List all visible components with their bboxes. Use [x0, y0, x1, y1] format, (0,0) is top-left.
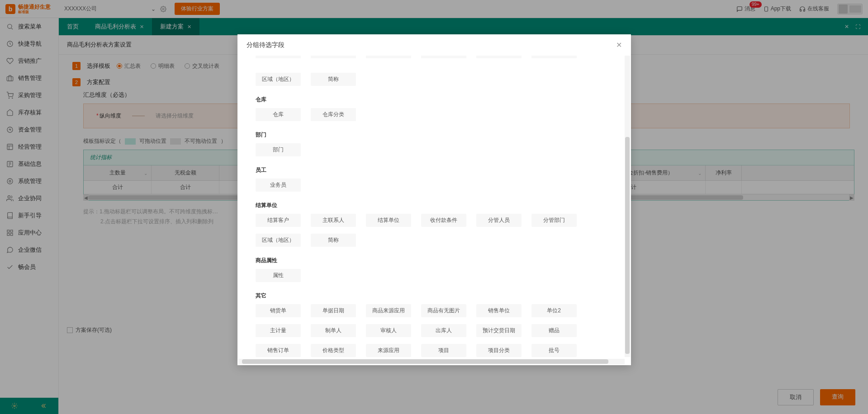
field-chip[interactable]: 属性 — [256, 269, 301, 282]
modal-partial-row: 客户客户分类分管部门分管人员主联系方式主联系人销售单位 — [256, 56, 618, 58]
field-chip[interactable]: 仓库分类 — [311, 108, 356, 121]
modal-body: 客户客户分类分管部门分管人员主联系方式主联系人销售单位区域（地区）简称仓库仓库仓… — [237, 56, 631, 365]
field-chip[interactable]: 价格类型 — [311, 344, 356, 357]
modal-section-5: 其它销货单单据日期商品来源应用商品有无图片销售单位单位2主计量制单人审核人出库人… — [256, 292, 618, 357]
field-chip[interactable]: 单据日期 — [311, 304, 356, 317]
field-chip[interactable]: 销售单位 — [476, 304, 522, 317]
field-chip[interactable]: 分管部门 — [366, 56, 411, 58]
modal-vscroll-thumb[interactable] — [625, 137, 630, 354]
field-chip[interactable]: 部门 — [256, 143, 301, 156]
field-chip[interactable]: 结算客户 — [256, 214, 301, 227]
field-chip[interactable]: 仓库 — [256, 108, 301, 121]
modal-section-title: 员工 — [256, 166, 618, 174]
field-chip[interactable]: 分管部门 — [531, 214, 577, 227]
field-chip[interactable]: 销售订单 — [256, 344, 301, 357]
field-chip[interactable]: 主计量 — [256, 324, 301, 337]
field-chip[interactable]: 主联系人 — [311, 214, 356, 227]
field-chip[interactable]: 审核人 — [366, 324, 411, 337]
modal-section-2: 员工业务员 — [256, 166, 618, 192]
field-chip[interactable]: 分管人员 — [421, 56, 466, 58]
field-chip[interactable]: 商品来源应用 — [366, 304, 411, 317]
field-chip[interactable]: 主联系方式 — [476, 56, 522, 58]
field-chip[interactable]: 单位2 — [531, 304, 577, 317]
field-chip[interactable]: 分管人员 — [476, 214, 522, 227]
modal-vertical-scrollbar[interactable] — [625, 56, 630, 357]
modal-header: 分组待选字段 ✕ — [237, 34, 631, 56]
field-chip[interactable]: 主联系人 — [531, 56, 577, 58]
field-select-modal: 分组待选字段 ✕ 客户客户分类分管部门分管人员主联系方式主联系人销售单位区域（地… — [237, 34, 631, 365]
modal-section-chips: 结算客户主联系人结算单位收付款条件分管人员分管部门区域（地区）简称 — [256, 214, 618, 247]
field-chip[interactable]: 批号 — [531, 344, 577, 357]
field-chip[interactable]: 项目 — [421, 344, 466, 357]
field-chip[interactable]: 销货单 — [256, 304, 301, 317]
modal-section-1: 部门部门 — [256, 131, 618, 156]
modal-extra-row: 区域（地区）简称 — [256, 73, 618, 86]
modal-section-0: 仓库仓库仓库分类 — [256, 96, 618, 121]
modal-section-4: 商品属性属性 — [256, 257, 618, 282]
field-chip[interactable]: 结算单位 — [366, 214, 411, 227]
field-chip[interactable]: 客户分类 — [311, 56, 356, 58]
field-chip[interactable]: 客户 — [256, 56, 301, 58]
field-chip[interactable]: 简称 — [311, 234, 356, 247]
field-chip[interactable]: 制单人 — [311, 324, 356, 337]
field-chip[interactable]: 项目分类 — [476, 344, 522, 357]
modal-section-chips: 仓库仓库分类 — [256, 108, 618, 121]
field-chip[interactable]: 出库人 — [421, 324, 466, 337]
field-chip[interactable]: 简称 — [311, 73, 356, 86]
modal-section-chips: 销货单单据日期商品来源应用商品有无图片销售单位单位2主计量制单人审核人出库人预计… — [256, 304, 618, 357]
modal-section-title: 商品属性 — [256, 257, 618, 264]
modal-section-chips: 部门 — [256, 143, 618, 156]
field-chip[interactable]: 商品有无图片 — [421, 304, 466, 317]
modal-section-title: 其它 — [256, 292, 618, 300]
modal-close-icon[interactable]: ✕ — [616, 41, 622, 49]
field-chip[interactable]: 区域（地区） — [256, 234, 301, 247]
modal-horizontal-scrollbar[interactable] — [238, 359, 625, 364]
modal-title: 分组待选字段 — [247, 41, 285, 49]
field-chip[interactable]: 赠品 — [531, 324, 577, 337]
field-chip[interactable]: 来源应用 — [366, 344, 411, 357]
modal-section-chips: 属性 — [256, 269, 618, 282]
modal-section-title: 仓库 — [256, 96, 618, 104]
field-chip[interactable]: 收付款条件 — [421, 214, 466, 227]
modal-section-chips: 业务员 — [256, 179, 618, 192]
modal-section-3: 结算单位结算客户主联系人结算单位收付款条件分管人员分管部门区域（地区）简称 — [256, 202, 618, 247]
modal-section-title: 部门 — [256, 131, 618, 139]
field-chip[interactable]: 业务员 — [256, 179, 301, 192]
field-chip[interactable]: 预计交货日期 — [476, 324, 522, 337]
modal-section-title: 结算单位 — [256, 202, 618, 209]
field-chip[interactable]: 区域（地区） — [256, 73, 301, 86]
modal-hscroll-thumb[interactable] — [242, 359, 608, 364]
